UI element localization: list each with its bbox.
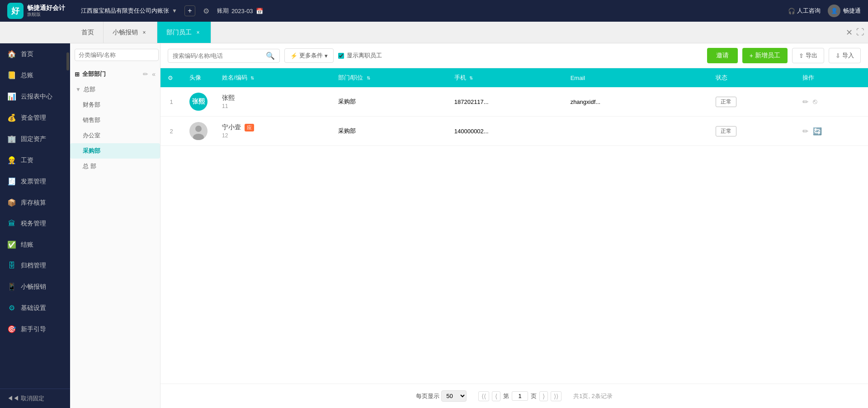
dept-label: 采购部 — [83, 147, 100, 155]
table-row: 1 张熙 张熙 11 采购部 187202117... — [160, 87, 868, 117]
row-status-2: 正常 — [708, 117, 796, 146]
tab-bar-actions: ✕ ⛶ — [846, 22, 868, 43]
headset-icon: 🎧 — [788, 8, 795, 14]
dept-item-purchasing[interactable]: 采购部 — [70, 143, 160, 159]
dept-label: 总部 — [84, 85, 95, 94]
checkout-icon: ✅ — [7, 240, 16, 249]
edit-button-2[interactable]: ✏ — [802, 127, 808, 136]
col-settings[interactable]: ⚙ — [160, 68, 182, 87]
plus-icon: + — [750, 52, 753, 59]
sort-dept-icon: ⇅ — [367, 75, 370, 80]
delete-button-2[interactable]: 🔄 — [813, 127, 822, 136]
tab-home[interactable]: 首页 — [72, 22, 104, 43]
row-actions-2: ✏ 🔄 — [795, 117, 868, 146]
invite-button[interactable]: 邀请 — [707, 48, 738, 63]
tab-bar: 首页 小畅报销 × 部门员工 × ✕ ⛶ — [0, 22, 868, 43]
nav-item-invoice[interactable]: 🧾 发票管理 — [0, 171, 70, 192]
per-page-select[interactable]: 50 10 20 100 — [441, 390, 467, 402]
row-name-1: 张熙 11 — [215, 87, 331, 117]
col-phone[interactable]: 手机 ⇅ — [447, 68, 563, 87]
nav-unpin-button[interactable]: ◀◀ 取消固定 — [0, 389, 70, 408]
tax-icon: 🏛 — [7, 220, 16, 228]
page-unit: 页 — [531, 392, 537, 400]
tab-xiaochang-expense[interactable]: 小畅报销 × — [104, 22, 157, 43]
nav-item-inventory[interactable]: 📦 库存核算 — [0, 192, 70, 213]
nav-item-ledger[interactable]: 📒 总账 — [0, 65, 70, 86]
employee-tag-2: 应 — [245, 124, 254, 131]
dept-edit-button[interactable]: ✏ — [143, 70, 148, 78]
dept-header: ⊞ 全部部门 ✏ « — [70, 66, 160, 82]
page-prefix: 第 — [503, 392, 509, 400]
tab-dept-close[interactable]: × — [194, 29, 202, 36]
ai-consult-button[interactable]: 🎧 人工咨询 — [788, 7, 821, 15]
period-value: 2023-03 — [231, 8, 253, 14]
user-info[interactable]: 👤 畅捷通 — [828, 5, 861, 17]
nav-label-settings: 基础设置 — [21, 304, 46, 312]
nav-item-reports[interactable]: 📊 云报表中心 — [0, 86, 70, 107]
employee-name-2: 宁小壹 应 — [222, 123, 324, 131]
nav-item-archive[interactable]: 🗄 归档管理 — [0, 255, 70, 276]
nav-item-capital[interactable]: 💰 资金管理 — [0, 107, 70, 128]
row-phone-1: 187202117... — [447, 87, 563, 117]
first-page-button[interactable]: ⟨⟨ — [478, 391, 489, 401]
add-employee-button[interactable]: + 新增员工 — [742, 48, 788, 63]
row-avatar-2 — [182, 117, 215, 146]
nav-item-settings[interactable]: ⚙ 基础设置 — [0, 297, 70, 319]
search-magnifier-icon[interactable]: 🔍 — [266, 52, 275, 60]
nav-item-home[interactable]: 🏠 首页 — [0, 43, 70, 65]
status-badge-1: 正常 — [716, 97, 736, 107]
salary-icon: 👷 — [7, 156, 16, 164]
nav-label-expense: 小畅报销 — [21, 283, 46, 291]
dept-collapse-button[interactable]: « — [152, 70, 156, 78]
show-resigned-checkbox-label[interactable]: 显示离职员工 — [338, 52, 382, 60]
dept-item-general-hq[interactable]: 总 部 — [70, 159, 160, 174]
last-page-button[interactable]: ⟩⟩ — [551, 391, 561, 401]
dept-item-office[interactable]: 办公室 — [70, 128, 160, 143]
edit-button-1[interactable]: ✏ — [802, 98, 808, 106]
header-actions: 🎧 人工咨询 👤 畅捷通 — [788, 5, 861, 17]
tab-xiaochang-close[interactable]: × — [141, 29, 148, 36]
export-button[interactable]: ⇧ 导出 — [792, 48, 824, 63]
expand-tabs-button[interactable]: ⛶ — [856, 28, 864, 37]
page-number-input[interactable] — [512, 391, 528, 401]
prev-page-button[interactable]: ⟨ — [492, 391, 500, 401]
scrollbar[interactable] — [66, 52, 69, 70]
logout-button-1[interactable]: ⎋ — [813, 98, 817, 106]
row-phone-2: 140000002... — [447, 117, 563, 146]
settings-button[interactable]: ⚙ — [201, 5, 212, 16]
page-navigation: ⟨⟨ ⟨ 第 页 ⟩ ⟩⟩ — [478, 391, 561, 401]
dept-item-finance[interactable]: 财务部 — [70, 97, 160, 113]
col-name[interactable]: 姓名/编码 ⇅ — [215, 68, 331, 87]
nav-label-salary: 工资 — [21, 156, 33, 164]
dept-item-sales[interactable]: 销售部 — [70, 113, 160, 128]
nav-label-tax: 税务管理 — [21, 220, 46, 228]
import-button[interactable]: ⇩ 导入 — [829, 48, 861, 63]
employee-code-2: 12 — [222, 132, 324, 139]
calendar-icon[interactable]: 📅 — [256, 8, 263, 14]
dept-item-headquarters[interactable]: ▼ 总部 — [70, 82, 160, 97]
dept-search-input[interactable] — [75, 49, 159, 61]
show-resigned-checkbox[interactable] — [338, 53, 344, 59]
employee-search-input[interactable] — [173, 52, 263, 59]
dept-search-area: 🔍 — [70, 43, 160, 66]
toolbar-right: 邀请 + 新增员工 ⇧ 导出 ⇩ 导入 — [707, 48, 861, 63]
inventory-icon: 📦 — [7, 198, 16, 207]
nav-item-expense[interactable]: 📱 小畅报销 — [0, 276, 70, 297]
more-conditions-button[interactable]: ⚡ 更多条件 ▾ — [284, 48, 334, 63]
phone-value-1: 187202117... — [454, 98, 489, 105]
row-email-1: zhangxidf... — [563, 87, 708, 117]
row-index-2: 2 — [160, 117, 182, 146]
nav-item-checkout[interactable]: ✅ 结账 — [0, 234, 70, 255]
close-all-tabs-button[interactable]: ✕ — [846, 28, 853, 38]
add-tab-button[interactable]: + — [184, 5, 195, 16]
nav-item-salary[interactable]: 👷 工资 — [0, 150, 70, 171]
nav-item-assets[interactable]: 🏢 固定资产 — [0, 128, 70, 150]
nav-item-guide[interactable]: 🎯 新手引导 — [0, 319, 70, 340]
tab-department-employee[interactable]: 部门员工 × — [157, 22, 211, 43]
next-page-button[interactable]: ⟩ — [539, 391, 548, 401]
svg-point-1 — [195, 126, 202, 132]
company-selector[interactable]: 江西服宝精品有限责任公司内账张 ▼ — [81, 7, 177, 15]
nav-item-tax[interactable]: 🏛 税务管理 — [0, 213, 70, 234]
col-dept[interactable]: 部门/职位 ⇅ — [331, 68, 447, 87]
dept-label: 销售部 — [83, 116, 100, 124]
